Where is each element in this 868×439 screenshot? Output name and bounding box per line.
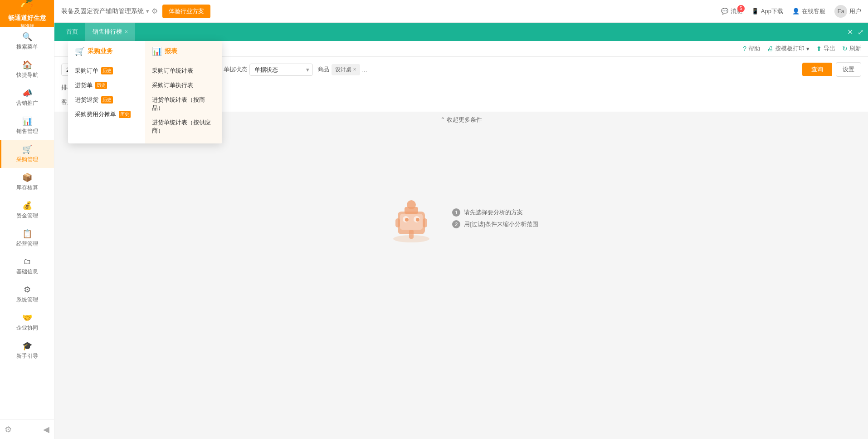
tab-home-label: 首页 bbox=[66, 28, 78, 36]
phone-icon: 📱 bbox=[751, 8, 759, 15]
purchase-order-label: 采购订单 bbox=[75, 67, 98, 75]
enterprise-icon: 🤝 bbox=[22, 313, 32, 323]
tabbar-expand-icon[interactable]: ⤢ bbox=[858, 28, 863, 36]
report-section: 📊 报表 采购订单统计表 采购订单执行表 进货单统计表（按商品） 进货单统计表（… bbox=[145, 41, 222, 143]
sidebar-item-newbie[interactable]: 🎓 新手引导 bbox=[0, 336, 54, 365]
system-icon: ⚙ bbox=[24, 285, 31, 295]
sidebar-item-system[interactable]: ⚙ 系统管理 bbox=[0, 280, 54, 308]
chart-icon: 📊 bbox=[22, 116, 32, 126]
home-icon: 🏠 bbox=[22, 60, 32, 70]
refresh-label: 刷新 bbox=[849, 44, 861, 53]
sidebar-item-search[interactable]: 🔍 搜索菜单 bbox=[0, 27, 54, 55]
user-label: 用户 bbox=[849, 7, 861, 15]
order-exec-label: 采购订单执行表 bbox=[152, 81, 193, 89]
empty-hint-text-2: 用[过滤]条件来缩小分析范围 bbox=[464, 220, 538, 228]
dropdown-item-order-stat[interactable]: 采购订单统计表 bbox=[152, 64, 215, 78]
sidebar-item-finance[interactable]: 💰 资金管理 bbox=[0, 196, 54, 224]
sidebar-item-sales[interactable]: 📊 销售管理 bbox=[0, 112, 54, 140]
topbar-right: 💬 消息 5 📱 App下载 👤 在线客服 Ea 用户 bbox=[721, 5, 861, 18]
svg-rect-2 bbox=[400, 214, 423, 230]
setting-btn[interactable]: 设置 bbox=[836, 62, 861, 77]
settings-bottom-icon[interactable]: ⚙ bbox=[5, 424, 12, 434]
report-section-icon: 📊 bbox=[152, 46, 162, 56]
history-badge-1: 历史 bbox=[95, 82, 107, 89]
voucher-status-label: 单据状态 bbox=[224, 65, 247, 74]
print-label: 按模板打印 bbox=[775, 44, 805, 53]
print-btn[interactable]: 🖨 按模板打印 ▾ bbox=[767, 44, 809, 53]
svg-rect-7 bbox=[395, 218, 400, 227]
svg-point-10 bbox=[407, 200, 416, 209]
refresh-btn[interactable]: ↻ 刷新 bbox=[842, 44, 861, 53]
order-stat-label: 采购订单统计表 bbox=[152, 67, 193, 75]
goods-label: 商品 bbox=[317, 65, 329, 74]
tab-home[interactable]: 首页 bbox=[59, 23, 85, 41]
sidebar-label-sales: 销售管理 bbox=[16, 128, 38, 135]
svg-rect-8 bbox=[423, 218, 427, 227]
svg-rect-11 bbox=[409, 230, 414, 239]
sidebar-bottom: ⚙ ◀ bbox=[0, 419, 54, 439]
export-btn[interactable]: ⬆ 导出 bbox=[816, 44, 835, 53]
help-icon: ? bbox=[743, 45, 746, 52]
sidebar-item-marketing[interactable]: 📣 营销推广 bbox=[0, 84, 54, 112]
dropdown-item-purchase-order[interactable]: 采购订单 历史 bbox=[75, 64, 138, 78]
user-menu[interactable]: Ea 用户 bbox=[834, 5, 861, 18]
sidebar-label-search: 搜索菜单 bbox=[16, 43, 38, 51]
goods-stat-by-supplier-label: 进货单统计表（按供应商） bbox=[152, 118, 215, 135]
voucher-status-filter: 单据状态 单据状态 ▾ bbox=[224, 64, 313, 76]
dropdown-item-goods-return[interactable]: 进货退货 历史 bbox=[75, 93, 138, 107]
purchase-section-title: 🛒 采购业务 bbox=[75, 46, 138, 59]
money-icon: 💰 bbox=[22, 201, 32, 211]
report-section-label: 报表 bbox=[165, 47, 177, 55]
messages-btn[interactable]: 💬 消息 5 bbox=[721, 7, 742, 15]
tabbar: 首页 销售排行榜 × ✕ ⤢ bbox=[54, 23, 868, 41]
empty-illustration bbox=[384, 191, 439, 246]
dropdown-item-goods-in[interactable]: 进货单 历史 bbox=[75, 78, 138, 93]
collapse-sidebar-icon[interactable]: ◀ bbox=[43, 424, 49, 434]
help-btn[interactable]: ? 帮助 bbox=[743, 44, 760, 53]
sidebar-label-base-info: 基础信息 bbox=[16, 268, 38, 276]
empty-hint: 1 请先选择要分析的方案 2 用[过滤]条件来缩小分析范围 bbox=[452, 208, 538, 228]
sidebar-item-enterprise[interactable]: 🤝 企业协同 bbox=[0, 308, 54, 336]
export-icon: ⬆ bbox=[816, 45, 822, 52]
dropdown-item-purchase-expense[interactable]: 采购费用分摊单 历史 bbox=[75, 107, 138, 122]
help-label: 帮助 bbox=[748, 44, 760, 53]
sidebar-item-base-info[interactable]: 🗂 基础信息 bbox=[0, 252, 54, 280]
title-dropdown-arrow[interactable]: ▾ bbox=[146, 8, 149, 15]
search-icon: 🔍 bbox=[22, 32, 32, 42]
system-title: 装备及固定资产辅助管理系统 bbox=[61, 7, 144, 15]
dropdown-item-order-exec[interactable]: 采购订单执行表 bbox=[152, 78, 215, 93]
dropdown-item-goods-stat-by-product[interactable]: 进货单统计表（按商品） bbox=[152, 93, 215, 115]
filter-actions: 查询 设置 bbox=[802, 62, 861, 77]
tab-sales-ranking-close[interactable]: × bbox=[125, 29, 128, 35]
print-arrow[interactable]: ▾ bbox=[806, 45, 809, 52]
dropdown-menu: 🛒 采购业务 采购订单 历史 进货单 历史 进货退货 历史 采购费用分摊单 bbox=[68, 41, 222, 143]
sidebar-label-system: 系统管理 bbox=[16, 296, 38, 304]
online-service-btn[interactable]: 👤 在线客服 bbox=[792, 7, 825, 15]
app-name: 畅通道好生意 bbox=[8, 14, 46, 22]
tab-sales-ranking-label: 销售排行榜 bbox=[93, 28, 122, 36]
empty-hint-1: 1 请先选择要分析的方案 bbox=[452, 208, 538, 217]
history-badge-2: 历史 bbox=[101, 96, 113, 104]
dropdown-item-goods-stat-by-supplier[interactable]: 进货单统计表（按供应商） bbox=[152, 115, 215, 138]
sidebar-label-quick-nav: 快捷导航 bbox=[16, 71, 38, 79]
tabbar-close-icon[interactable]: ✕ bbox=[847, 28, 853, 36]
goods-tag-close[interactable]: × bbox=[353, 66, 356, 73]
sidebar-label-newbie: 新手引导 bbox=[16, 352, 38, 360]
sidebar-item-inventory[interactable]: 📦 库存核算 bbox=[0, 168, 54, 196]
purchase-section-icon: 🛒 bbox=[75, 46, 85, 56]
app-logo: 🍊 畅通道好生意 标准版 bbox=[0, 0, 54, 27]
industry-btn[interactable]: 体验行业方案 bbox=[162, 5, 210, 18]
tabbar-right: ✕ ⤢ bbox=[847, 28, 863, 36]
query-btn[interactable]: 查询 bbox=[802, 63, 832, 76]
topbar: 装备及固定资产辅助管理系统 ▾ ⚙ 体验行业方案 💬 消息 5 📱 App下载 … bbox=[54, 0, 868, 23]
guide-icon: 🎓 bbox=[22, 341, 32, 351]
app-download-btn[interactable]: 📱 App下载 bbox=[751, 7, 783, 15]
sidebar-item-purchase[interactable]: 🛒 采购管理 bbox=[0, 140, 54, 168]
sidebar-item-operation[interactable]: 📋 经营管理 bbox=[0, 224, 54, 252]
sidebar-item-quick-nav[interactable]: 🏠 快捷导航 bbox=[0, 55, 54, 84]
dropdown-grid: 🛒 采购业务 采购订单 历史 进货单 历史 进货退货 历史 采购费用分摊单 bbox=[68, 41, 222, 143]
voucher-status-select[interactable]: 单据状态 bbox=[249, 64, 313, 76]
goods-more-btn[interactable]: ... bbox=[362, 66, 367, 73]
tab-sales-ranking[interactable]: 销售排行榜 × bbox=[85, 23, 135, 41]
settings-icon[interactable]: ⚙ bbox=[151, 7, 158, 15]
